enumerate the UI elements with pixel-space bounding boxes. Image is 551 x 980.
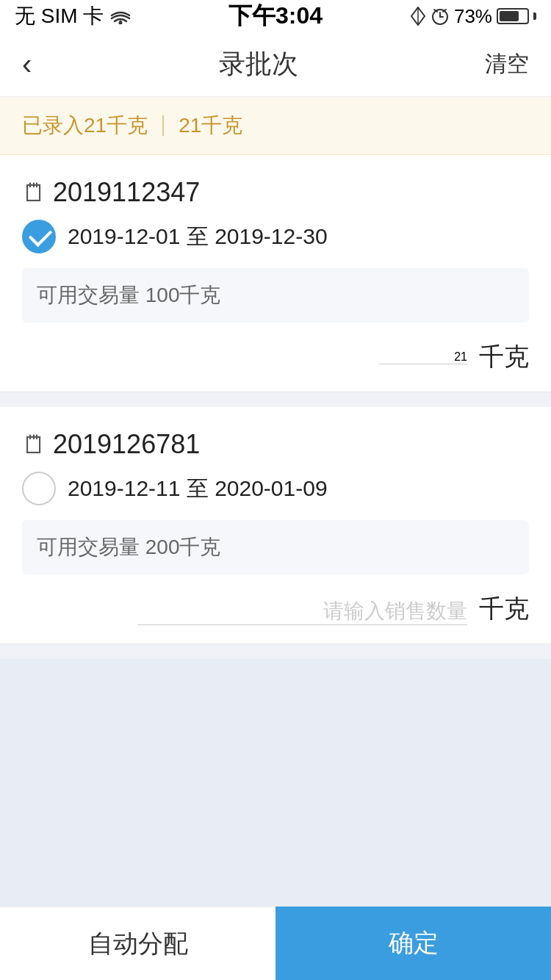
batch-1-radio[interactable] [22,220,56,253]
wifi-icon [109,8,132,24]
batch-1-date-row: 2019-12-01 至 2019-12-30 [22,220,529,253]
batch-2-number: 2019126781 [53,429,200,460]
recorded-label: 已录入21千克 [22,112,148,140]
battery-percent: 73% [454,5,492,28]
batch-icon-2: 🗒 [22,430,47,459]
info-divider [162,115,164,136]
info-banner: 已录入21千克 21千克 [0,97,551,155]
status-left: 无 SIM 卡 [15,2,132,30]
batch-1-date: 2019-12-01 至 2019-12-30 [68,222,328,252]
batch-icon-1: 🗒 [22,179,47,207]
batch-2-date: 2019-12-11 至 2020-01-09 [68,474,328,504]
status-bar: 无 SIM 卡 下午3:04 73% [0,0,551,32]
page-title: 录批次 [219,46,298,82]
back-button[interactable]: ‹ [22,48,32,81]
nav-bar: ‹ 录批次 清空 [0,32,551,97]
alarm-icon [431,7,450,26]
batch-item-2: 🗒 2019126781 2019-12-11 至 2020-01-09 可用交… [0,407,551,644]
status-right: 73% [410,5,536,28]
batch-1-quantity-row: 21 千克 [0,323,551,392]
batch-2-available: 可用交易量 200千克 [22,520,529,574]
batch-2-input-row: 千克 [0,574,551,644]
batch-1-unit: 千克 [479,340,529,374]
main-content: 🗒 2019112347 2019-12-01 至 2019-12-30 可用交… [0,155,551,965]
batch-item-1: 🗒 2019112347 2019-12-01 至 2019-12-30 可用交… [0,155,551,392]
battery-indicator [497,8,536,24]
clear-button[interactable]: 清空 [485,49,529,79]
batch-2-header: 🗒 2019126781 [22,429,529,460]
status-time: 下午3:04 [228,0,323,32]
batch-1-header: 🗒 2019112347 [22,177,529,208]
confirm-button[interactable]: 确定 [276,907,551,980]
svg-point-0 [119,21,123,25]
location-icon [410,7,426,26]
batch-2-quantity-input[interactable] [137,594,467,625]
carrier-text: 无 SIM 卡 [15,2,104,30]
batch-1-quantity-value: 21 [379,350,467,364]
batch-1-available: 可用交易量 100千克 [22,268,529,323]
batch-2-unit: 千克 [479,592,529,626]
bottom-bar: 自动分配 确定 [0,907,551,980]
recorded-value: 21千克 [179,112,242,140]
auto-distribute-button[interactable]: 自动分配 [0,907,276,980]
batch-2-radio[interactable] [22,472,56,505]
batch-1-number: 2019112347 [53,177,200,208]
batch-2-date-row: 2019-12-11 至 2020-01-09 [22,472,529,505]
